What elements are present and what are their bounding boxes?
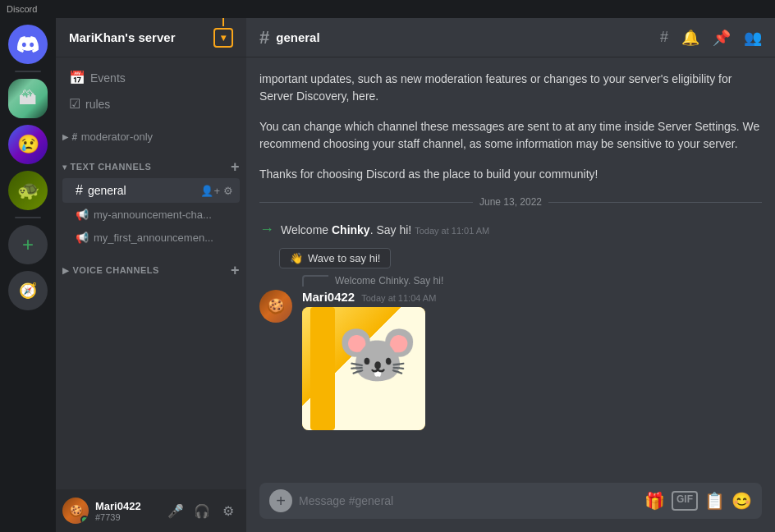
sidebar-item-rules[interactable]: ☑ rules xyxy=(62,91,240,117)
add-voice-channel-button[interactable]: + xyxy=(231,263,240,277)
channel-actions: 👤+ ⚙ xyxy=(200,185,233,197)
chat-area: # general # 🔔 📌 👥 important updates, suc… xyxy=(246,18,775,532)
user-status-indicator xyxy=(80,516,89,524)
voice-channels-header[interactable]: ▶ VOICE CHANNELS + xyxy=(56,250,246,281)
system-message-1: important updates, such as new moderatio… xyxy=(259,71,762,105)
server-name: MariKhan's server xyxy=(69,30,175,44)
system-text-2: You can change which channel these messa… xyxy=(259,118,762,153)
message-attach-button[interactable]: + xyxy=(269,489,292,512)
general-channel-label: general xyxy=(88,184,126,197)
date-label: June 13, 2022 xyxy=(479,196,542,208)
announcement-icon-2: 📢 xyxy=(76,232,89,244)
message-input-area: + 🎁 GIF 📋 😊 xyxy=(246,483,775,532)
announcement-icon-1: 📢 xyxy=(76,209,89,221)
channel-announcement-2[interactable]: 📢 my_first_announcemen... xyxy=(62,227,240,249)
message-author-mari: Mari0422 xyxy=(302,290,355,304)
text-channels-label: TEXT CHANNELS xyxy=(71,162,152,172)
server-discover-button[interactable]: 🧭 xyxy=(8,271,48,310)
gif-button[interactable]: GIF xyxy=(672,491,698,511)
moderator-category[interactable]: ▶ # moderator-only xyxy=(56,117,246,146)
channel-hash-icon: # xyxy=(259,27,269,48)
message-text-input[interactable] xyxy=(299,494,638,507)
moderator-label: moderator-only xyxy=(81,131,153,143)
wave-button[interactable]: 👋 Wave to say hi! xyxy=(279,248,391,268)
notification-bell-icon[interactable]: 🔔 xyxy=(681,29,699,47)
welcome-message-1: → Welcome Chinky. Say hi! Today at 11:01… xyxy=(259,221,762,268)
server-divider-2 xyxy=(15,217,41,218)
chat-header-actions: # 🔔 📌 👥 xyxy=(660,29,762,47)
user-tag-display: #7739 xyxy=(95,512,158,522)
add-member-icon[interactable]: 👤+ xyxy=(200,185,220,197)
date-divider: June 13, 2022 xyxy=(259,196,762,208)
gear-icon[interactable]: ⚙ xyxy=(223,185,233,197)
sidebar-item-events[interactable]: 📅 Events xyxy=(62,65,240,90)
server-icon-landscape[interactable]: 🏔 xyxy=(8,79,48,118)
sticker-border xyxy=(310,307,335,430)
apps-icon[interactable]: 📋 xyxy=(704,491,725,511)
message-header-mari: Mari0422 Today at 11:04 AM xyxy=(302,290,762,304)
channel-general[interactable]: # general 👤+ ⚙ xyxy=(62,178,240,203)
system-message-3: Thanks for choosing Discord as the place… xyxy=(259,166,762,183)
rules-label: rules xyxy=(85,98,110,111)
welcome-arrow-icon: → xyxy=(259,221,274,238)
channel-sidebar: MariKhan's server ▾ 📅 Events ☑ rules ▶ #… xyxy=(56,18,246,532)
user-avatar: 🍪 xyxy=(62,498,89,524)
welcome-timestamp: Today at 11:01 AM xyxy=(415,226,489,236)
chevron-down-icon: ▾ xyxy=(221,32,226,44)
voice-channels-chevron: ▶ xyxy=(62,266,70,275)
server-header[interactable]: MariKhan's server ▾ xyxy=(56,18,246,57)
announcement1-label: my-announcement-cha... xyxy=(94,209,212,221)
server-dropdown-button[interactable]: ▾ xyxy=(213,28,233,48)
sticker-image: 🐭 xyxy=(337,315,419,392)
wave-button-label: Wave to say hi! xyxy=(308,252,380,264)
system-message-2: You can change which channel these messa… xyxy=(259,118,762,153)
hash-icon: # xyxy=(76,183,83,198)
channel-announcement-1[interactable]: 📢 my-announcement-cha... xyxy=(62,204,240,226)
gift-icon[interactable]: 🎁 xyxy=(644,491,665,511)
welcome-row: → Welcome Chinky. Say hi! Today at 11:01… xyxy=(259,221,762,238)
settings-button[interactable]: ⚙ xyxy=(217,499,240,522)
username-display: Mari0422 xyxy=(95,500,158,512)
title-bar: Discord xyxy=(0,0,775,18)
system-text-3: Thanks for choosing Discord as the place… xyxy=(259,166,762,183)
channel-list: 📅 Events ☑ rules ▶ # moderator-only ▾ TE… xyxy=(56,57,246,489)
reply-line xyxy=(302,275,328,287)
events-label: Events xyxy=(90,71,126,85)
calendar-icon: 📅 xyxy=(69,70,85,85)
mic-button[interactable]: 🎤 xyxy=(164,499,187,522)
user-area: 🍪 Mari0422 #7739 🎤 🎧 ⚙ xyxy=(56,489,246,532)
emoji-icon[interactable]: 😊 xyxy=(731,491,752,511)
message-content-mari: Mari0422 Today at 11:04 AM 🐭 xyxy=(302,290,762,430)
server-divider xyxy=(15,71,41,72)
category-arrow-icon: ▶ xyxy=(62,133,69,141)
chat-header: # general # 🔔 📌 👥 xyxy=(246,18,775,57)
user-controls: 🎤 🎧 ⚙ xyxy=(164,499,240,522)
system-text-1: important updates, such as new moderatio… xyxy=(259,71,762,105)
server-add-button[interactable]: + xyxy=(8,225,48,264)
checkbox-icon: ☑ xyxy=(69,96,80,112)
text-channels-header[interactable]: ▾ TEXT CHANNELS + xyxy=(56,146,246,177)
welcome-username: Chinky xyxy=(332,223,370,236)
voice-channels-label: VOICE CHANNELS xyxy=(73,265,159,275)
chat-channel-name: general xyxy=(276,30,319,44)
headphones-button[interactable]: 🎧 xyxy=(190,499,213,522)
hashtag-mod-icon: # xyxy=(72,131,78,143)
message-avatar-mari[interactable]: 🍪 xyxy=(259,290,292,323)
user-info: Mari0422 #7739 xyxy=(95,500,158,522)
messages-area[interactable]: important updates, such as new moderatio… xyxy=(246,57,775,483)
input-actions: 🎁 GIF 📋 😊 xyxy=(644,491,752,511)
sticker-container: 🐭 xyxy=(302,307,425,430)
reply-text: Welcome Chinky. Say hi! xyxy=(335,275,443,287)
threads-icon[interactable]: # xyxy=(660,29,668,47)
pin-icon[interactable]: 📌 xyxy=(713,29,731,47)
wave-emoji: 👋 xyxy=(290,252,303,264)
announcement2-label: my_first_announcemen... xyxy=(94,232,213,244)
text-channels-chevron: ▾ xyxy=(62,163,67,172)
reply-indicator: Welcome Chinky. Say hi! xyxy=(259,275,762,287)
app-layout: 🏔 😢 🐢 + 🧭 MariKhan's server ▾ 📅 xyxy=(0,18,775,532)
member-list-icon[interactable]: 👥 xyxy=(744,29,762,47)
server-icon-turtle[interactable]: 🐢 xyxy=(8,171,48,210)
server-icon-blue[interactable]: 😢 xyxy=(8,125,48,164)
server-home-icon[interactable] xyxy=(8,25,48,64)
add-text-channel-button[interactable]: + xyxy=(231,159,240,174)
